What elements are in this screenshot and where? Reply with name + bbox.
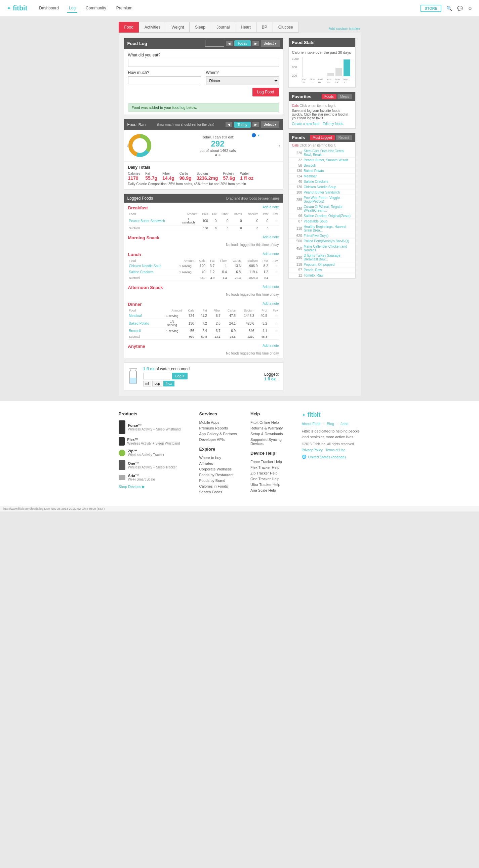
unit-ml-button[interactable]: ml (143, 381, 152, 386)
list-item[interactable]: 620Fries(Five Guys) (289, 233, 355, 239)
returns-link[interactable]: Returns & Warranty (250, 426, 283, 430)
setup-link[interactable]: Setup & Downloads (250, 432, 283, 436)
tab-weight[interactable]: Weight (166, 22, 189, 33)
tab-glucose[interactable]: Glucose (273, 22, 299, 33)
add-note-anytime[interactable]: Add a note (263, 344, 279, 347)
add-note-lunch[interactable]: Add a note (263, 252, 279, 256)
list-item[interactable]: 57Peach, Raw (289, 268, 355, 273)
foods-brand-link[interactable]: Foods by Brand (199, 478, 226, 483)
food-fav[interactable]: ☆ (268, 313, 279, 319)
when-select[interactable]: Dinner Breakfast Morning Snack Lunch Aft… (206, 76, 279, 85)
calories-foods-link[interactable]: Calories in Foods (199, 484, 228, 488)
ultra-help-link[interactable]: Ultra Tracker Help (250, 483, 280, 487)
plan-prev-button[interactable]: ◀ (226, 122, 232, 127)
privacy-link[interactable]: Privacy Policy (302, 448, 323, 452)
reports-button[interactable]: Reports (205, 40, 224, 47)
list-item[interactable]: 724Meatloaf (289, 174, 355, 179)
food-fav[interactable]: ☆ (269, 269, 279, 275)
list-item[interactable]: 118Popcorn, Oil-popped (289, 262, 355, 268)
one-help-link[interactable]: One Tracker Help (250, 477, 279, 481)
log-food-button[interactable]: Log Food (252, 88, 279, 96)
tab-bp[interactable]: BP (256, 22, 273, 33)
affiliates-link[interactable]: Affiliates (199, 461, 213, 465)
nav-premium[interactable]: Premium (115, 4, 134, 13)
list-item[interactable]: 87Vegetable Soup (289, 219, 355, 224)
add-note-breakfast[interactable]: Add a note (263, 205, 279, 209)
nav-dashboard[interactable]: Dashboard (37, 4, 60, 13)
add-custom-tracker[interactable]: Add custom tracker (329, 24, 361, 31)
today-button[interactable]: Today (234, 40, 251, 46)
list-item[interactable]: 100Peanut Butter Sandwich (289, 190, 355, 195)
tab-activities[interactable]: Activities (139, 22, 166, 33)
foods-tab-recent[interactable]: Recent (336, 135, 352, 140)
unit-cup-button[interactable]: cup (152, 381, 162, 386)
edit-foods-link[interactable]: Edit my foods (323, 122, 343, 126)
add-note-afternoon-snack[interactable]: Add a note (263, 285, 279, 289)
list-item[interactable]: 120Chicken Noodle Soup (289, 185, 355, 190)
select-button[interactable]: Select ▾ (261, 40, 280, 47)
foods-tab-most-logged[interactable]: Most Logged (310, 135, 335, 140)
food-name[interactable]: Broccoli (128, 328, 162, 334)
log-it-button[interactable]: Log it (172, 373, 188, 379)
settings-icon[interactable]: ⚙ (468, 6, 472, 11)
list-item[interactable]: 32Peanut Butter, Smooth W/salt (289, 158, 355, 163)
nav-community[interactable]: Community (84, 4, 108, 13)
food-name[interactable]: Meatloaf (128, 313, 162, 319)
tab-sleep[interactable]: Sleep (189, 22, 211, 33)
plan-today-button[interactable]: Today (234, 122, 250, 128)
list-item[interactable]: 220Steel-Cuts Oats Hot Cereal Bowl, Brea… (289, 149, 355, 158)
list-item[interactable]: 500Pulled Pork(Woody's Bar-B-Q) (289, 239, 355, 244)
list-item[interactable]: 58Broccoli (289, 163, 355, 168)
plan-next-button[interactable]: ▶ (252, 122, 259, 127)
zip-help-link[interactable]: Zip Tracker Help (250, 471, 278, 475)
fav-tab-meals[interactable]: Meals (337, 94, 352, 99)
list-item[interactable]: 230D-lights Turkey Sausage Breakfast Bow… (289, 253, 355, 262)
terms-link[interactable]: Terms of Use (325, 448, 345, 452)
message-icon[interactable]: 💬 (457, 6, 463, 11)
list-item[interactable]: 12Tomato, Raw (289, 273, 355, 278)
food-name[interactable]: Baked Potato (128, 319, 162, 328)
developer-apis-link[interactable]: Developer APIs (199, 437, 225, 441)
flex-help-link[interactable]: Flex Tracker Help (250, 465, 279, 469)
aria-help-link[interactable]: Aria Scale Help (250, 488, 276, 492)
unit-floz-button[interactable]: fl oz (163, 381, 174, 386)
food-name[interactable]: Chicken Noodle Soup (128, 263, 176, 269)
add-note-morning-snack[interactable]: Add a note (263, 235, 279, 239)
add-note-dinner[interactable]: Add a note (263, 302, 279, 306)
mobile-apps-link[interactable]: Mobile Apps (199, 421, 219, 425)
create-food-link[interactable]: Create a new food (292, 122, 320, 126)
plan-select-button[interactable]: Select ▾ (261, 121, 280, 128)
list-item[interactable]: 289Pee Wee Petro - Veggie Soup(Petro's) (289, 195, 355, 204)
jobs-link[interactable]: Jobs (340, 422, 348, 426)
plan-right-button[interactable]: › (278, 143, 280, 149)
shop-devices-link[interactable]: Shop Devices ▶ (119, 485, 145, 489)
list-item[interactable]: 130Baked Potato (289, 168, 355, 174)
premium-reports-link[interactable]: Premium Reports (199, 426, 228, 430)
corp-wellness-link[interactable]: Corporate Wellness (199, 467, 232, 471)
list-item[interactable]: 450Marie Callender Chicken and Noodles (289, 244, 355, 253)
food-fav[interactable]: ☆ (269, 216, 279, 225)
fav-tab-foods[interactable]: Foods (322, 94, 336, 99)
search-foods-link[interactable]: Search Foods (199, 490, 222, 494)
next-day-button[interactable]: ▶ (252, 41, 259, 46)
food-name[interactable]: Peanut Butter Sandwich (128, 216, 179, 225)
country-text[interactable]: United States (change) (308, 455, 346, 459)
prev-day-button[interactable]: ◀ (226, 41, 233, 46)
nav-log[interactable]: Log (67, 4, 77, 13)
water-amount-input[interactable] (143, 373, 170, 379)
plan-left-button[interactable]: ‹ (127, 143, 128, 149)
list-item[interactable]: 130Cream Of Wheat, Regular W/salt(Cream.… (289, 204, 355, 213)
list-item[interactable]: 40Saltine Crackers (289, 179, 355, 185)
amount-input[interactable] (128, 76, 201, 84)
tab-heart[interactable]: Heart (235, 22, 256, 33)
food-name[interactable]: Saltine Crackers (128, 269, 176, 275)
food-fav[interactable]: ☆ (268, 328, 279, 334)
about-fitbit-link[interactable]: About Fitbit (302, 422, 321, 426)
plan-settings-icon[interactable]: ▾ (258, 133, 260, 137)
search-icon[interactable]: 🔍 (446, 6, 452, 11)
tab-food[interactable]: Food (119, 22, 139, 33)
force-help-link[interactable]: Force Tracker Help (250, 460, 282, 464)
where-to-buy-link[interactable]: Where to buy (199, 456, 221, 460)
list-item[interactable]: 96Saltine Cracker, Original(Zesta) (289, 213, 355, 219)
syncing-link[interactable]: Supported Syncing Devices (250, 437, 282, 445)
